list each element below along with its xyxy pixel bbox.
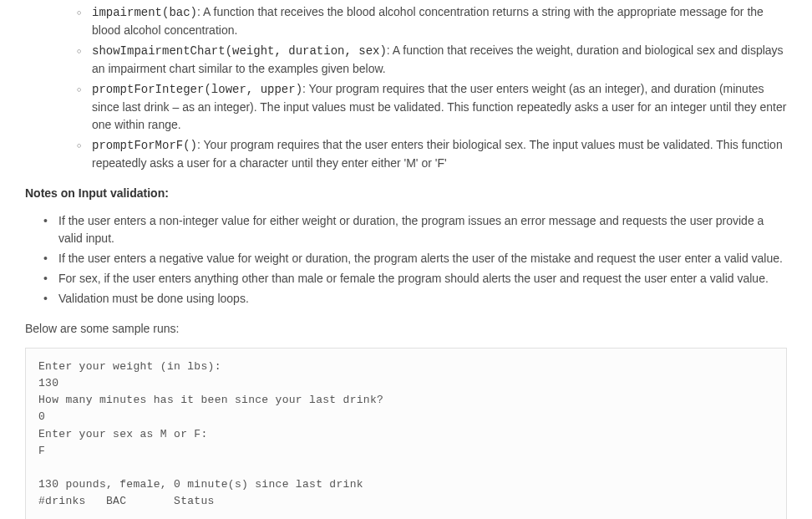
function-signature: promptForInteger(lower, upper) [92, 83, 302, 96]
function-list: impairment(bac): A function that receive… [25, 3, 787, 172]
sample-run-output: Enter your weight (in lbs): 130 How many… [25, 348, 787, 519]
validation-note: Validation must be done using loops. [58, 290, 787, 308]
sample-runs-label: Below are some sample runs: [25, 320, 787, 338]
validation-notes-list: If the user enters a non-integer value f… [25, 212, 787, 308]
validation-note: For sex, if the user enters anything oth… [58, 270, 787, 287]
function-item: showImpairmentChart(weight, duration, se… [92, 42, 787, 78]
function-signature: showImpairmentChart(weight, duration, se… [92, 44, 387, 58]
validation-note: If the user enters a non-integer value f… [58, 212, 787, 247]
notes-header: Notes on Input validation: [25, 185, 787, 202]
function-item: impairment(bac): A function that receive… [92, 3, 787, 39]
validation-note: If the user enters a negative value for … [58, 250, 787, 267]
function-item: promptForInteger(lower, upper): Your pro… [92, 80, 787, 134]
function-item: promptForMorF(): Your program requires t… [92, 136, 787, 172]
document-content: impairment(bac): A function that receive… [0, 0, 812, 519]
function-signature: impairment(bac) [92, 6, 197, 19]
function-signature: promptForMorF() [92, 139, 197, 152]
